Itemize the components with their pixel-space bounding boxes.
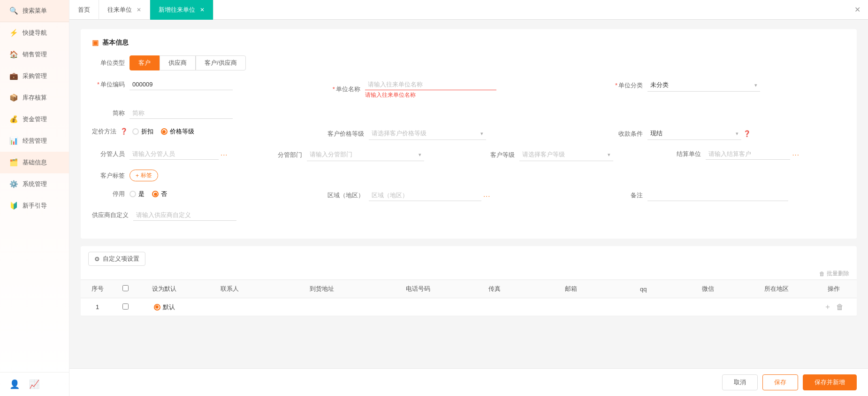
- payment-help-icon[interactable]: ❓: [743, 130, 751, 137]
- sidebar-item-finance[interactable]: 💰 资金管理: [0, 109, 69, 130]
- cell-region[interactable]: [742, 298, 811, 316]
- radio-no[interactable]: 否: [152, 190, 167, 198]
- email-input[interactable]: [550, 303, 592, 311]
- sidebar-item-basic-info[interactable]: 🗂️ 基础信息: [0, 152, 69, 173]
- sidebar-item-quick-nav[interactable]: ⚡ 快捷导航: [0, 22, 69, 44]
- manager-more-button[interactable]: ···: [221, 150, 228, 158]
- sidebar-item-inventory[interactable]: 📦 库存核算: [0, 87, 69, 109]
- row-checkbox[interactable]: [122, 303, 129, 310]
- sidebar-bottom: 👤 📈: [0, 372, 69, 396]
- batch-delete-button[interactable]: 🗑 批量删除: [819, 270, 849, 278]
- cell-wechat[interactable]: [674, 298, 742, 316]
- supplier-custom-row: 供应商自定义: [92, 210, 845, 221]
- radio-price-level[interactable]: 价格等级: [161, 127, 194, 136]
- unit-category-select[interactable]: 未分类 ▾: [647, 79, 760, 92]
- unit-type-row: 单位类型 客户 供应商 客户/供应商: [92, 55, 845, 70]
- sidebar-item-system[interactable]: ⚙️ 系统管理: [0, 173, 69, 195]
- fax-input[interactable]: [478, 303, 511, 311]
- default-radio[interactable]: 默认: [141, 303, 187, 311]
- radio-discount[interactable]: 折扣: [132, 127, 153, 136]
- region-table-input[interactable]: [760, 303, 793, 311]
- unit-type-supplier[interactable]: 供应商: [160, 55, 196, 70]
- settlement-unit-input[interactable]: [706, 148, 790, 160]
- tab-new-counterparty[interactable]: 新增往来单位 ✕: [150, 0, 213, 20]
- pricing-method-field: 定价方法 ❓ 折扣 价格等级: [92, 127, 327, 136]
- col-qq: qq: [613, 280, 674, 298]
- tab-home[interactable]: 首页: [69, 0, 99, 20]
- cell-contact[interactable]: [191, 298, 268, 316]
- pricing-help-icon[interactable]: ❓: [120, 128, 128, 135]
- supplier-custom-input[interactable]: [133, 210, 236, 221]
- unit-name-group: 请输入往来单位名称: [365, 79, 496, 99]
- unit-type-field: 单位类型 客户 供应商 客户/供应商: [92, 55, 845, 70]
- unit-type-customer[interactable]: 客户: [129, 55, 160, 70]
- customer-price-level-field: 客户价格等级 请选择客户价格等级 ▾: [327, 127, 610, 140]
- select-all-checkbox[interactable]: [122, 285, 129, 291]
- bottom-bar: 取消 保存 保存并新增: [69, 368, 868, 396]
- delete-row-button[interactable]: 🗑: [836, 303, 844, 311]
- col-fax: 传真: [460, 280, 529, 298]
- sidebar-item-search[interactable]: 🔍 搜索菜单: [0, 0, 69, 22]
- customer-tag-field: 客户标签 + 标签: [92, 170, 845, 181]
- settlement-more-button[interactable]: ···: [792, 150, 799, 158]
- tab-counterparty-close[interactable]: ✕: [137, 7, 141, 13]
- radio-yes[interactable]: 是: [129, 190, 145, 198]
- phone-input[interactable]: [397, 303, 439, 311]
- department-select[interactable]: 请输入分管部门 ▾: [307, 148, 424, 161]
- contact-input[interactable]: [211, 303, 248, 311]
- cell-phone[interactable]: [376, 298, 460, 316]
- cell-email[interactable]: [529, 298, 613, 316]
- col-region: 所在地区: [742, 280, 811, 298]
- save-button[interactable]: 保存: [762, 374, 798, 390]
- window-close-button[interactable]: ✕: [847, 5, 868, 14]
- save-and-new-button[interactable]: 保存并新增: [803, 374, 857, 390]
- unit-name-input[interactable]: [365, 79, 496, 90]
- unit-code-input[interactable]: [129, 79, 233, 90]
- manager-row: 分管人员 ··· 分管部门 请输入分管部门 ▾ 客户等级 请选择客户等级 ▾: [92, 148, 845, 161]
- address-input[interactable]: [294, 303, 350, 311]
- unit-type-both[interactable]: 客户/供应商: [196, 55, 246, 70]
- chart-icon: 📊: [9, 137, 18, 145]
- cell-address[interactable]: [268, 298, 376, 316]
- stats-icon[interactable]: 📈: [29, 379, 39, 389]
- tab-new-counterparty-close[interactable]: ✕: [200, 7, 205, 13]
- short-name-input[interactable]: [129, 108, 233, 119]
- sidebar-item-operation[interactable]: 📊 经营管理: [0, 130, 69, 152]
- region-more-button[interactable]: ···: [483, 192, 491, 200]
- custom-settings-button[interactable]: ⚙ 自定义项设置: [88, 252, 145, 266]
- payment-terms-label: 收款条件: [610, 130, 647, 138]
- region-input[interactable]: [369, 190, 481, 201]
- user-icon[interactable]: 👤: [9, 379, 20, 389]
- manager-input[interactable]: [129, 148, 219, 160]
- qq-input[interactable]: [629, 303, 657, 311]
- plus-icon: +: [136, 172, 139, 179]
- cell-default: 默认: [137, 298, 191, 316]
- sidebar-item-sales[interactable]: 🏠 销售管理: [0, 44, 69, 65]
- table-header-row: 序号 设为默认 联系人 到货地址 电话号码 传真 邮箱 qq 微信 所在地区 操…: [81, 280, 857, 298]
- col-seq: 序号: [81, 280, 114, 298]
- default-radio-circle: [154, 304, 160, 311]
- add-row-button[interactable]: ＋: [824, 302, 831, 312]
- customer-level-select[interactable]: 请选择客户等级 ▾: [519, 148, 613, 161]
- cell-fax[interactable]: [460, 298, 529, 316]
- disabled-label: 停用: [92, 190, 129, 198]
- remarks-input[interactable]: [647, 190, 788, 201]
- cancel-button[interactable]: 取消: [722, 374, 758, 390]
- sidebar-item-purchase[interactable]: 💼 采购管理: [0, 65, 69, 87]
- tab-counterparty[interactable]: 往来单位 ✕: [99, 0, 150, 20]
- add-tag-button[interactable]: + 标签: [129, 170, 158, 181]
- customer-price-level-select[interactable]: 请选择客户价格等级 ▾: [369, 127, 486, 140]
- chevron-down-icon: ▾: [754, 82, 757, 88]
- cell-check: [114, 298, 137, 316]
- unit-name-label: *单位名称: [327, 85, 365, 93]
- wechat-input[interactable]: [692, 303, 724, 311]
- cell-qq[interactable]: [613, 298, 674, 316]
- col-contact: 联系人: [191, 280, 268, 298]
- sidebar-item-guide[interactable]: 🔰 新手引导: [0, 195, 69, 217]
- payment-terms-select[interactable]: 现结 ▾: [647, 127, 741, 140]
- radio-price-level-circle: [161, 128, 168, 135]
- short-name-field: 简称: [92, 108, 845, 119]
- unit-code-field: *单位编码: [92, 79, 327, 90]
- settlement-unit-label: 结算单位: [668, 150, 706, 158]
- short-name-row: 简称: [92, 108, 845, 119]
